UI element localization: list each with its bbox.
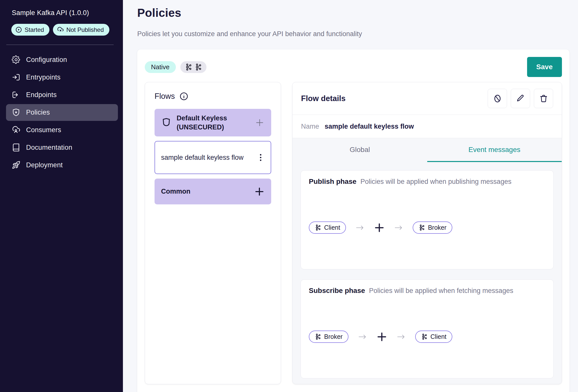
policy-chain: Client [309,221,545,234]
flows-panel: Flows Default Keyless (UNSECURED) [145,82,281,384]
name-label: Name [301,123,319,130]
panels: Flows Default Keyless (UNSECURED) [145,82,562,384]
tab-global[interactable]: Global [293,138,427,162]
flows-title: Flows [155,92,175,101]
delete-flow-button[interactable] [534,89,553,108]
sidebar-divider [6,45,114,45]
sidebar-item-label: Configuration [26,56,67,64]
subscribe-phase-card: Subscribe phase Policies will be applied… [301,279,554,378]
add-flow-icon[interactable] [254,186,265,197]
flow-details-header: Flow details [293,82,562,115]
api-title: Sample Kafka API (1.0.0) [6,9,118,17]
flow-plan-label: Default Keyless (UNSECURED) [177,114,242,132]
connector-chip-client: Client [309,221,346,234]
phase-area: Publish phase Policies will be applied w… [293,162,562,384]
sidebar-item-configuration[interactable]: Configuration [6,51,118,68]
rocket-icon [12,161,20,169]
book-icon [12,143,20,152]
sidebar-nav: Configuration Entrypoints Endpoints Poli… [6,51,118,174]
flow-plan-label: Common [161,187,190,196]
name-value: sample default keyless flow [325,123,414,130]
kafka-icon [418,224,425,231]
page-subtitle: Policies let you customize and enhance y… [137,30,569,38]
flow-name-row: Name sample default keyless flow [293,115,562,138]
info-icon[interactable] [179,92,188,101]
shield-icon [161,117,172,128]
sidebar-item-deployment[interactable]: Deployment [6,157,118,174]
add-policy-button[interactable] [377,332,387,342]
sidebar-item-documentation[interactable]: Documentation [6,139,118,156]
status-badges: Started Not Published [6,24,118,36]
phase-title: Subscribe phase [309,287,365,295]
sidebar-item-consumers[interactable]: Consumers [6,122,118,138]
kafka-icon [315,333,321,340]
disable-flow-button[interactable] [488,89,507,108]
exit-arrow-icon [12,91,20,99]
connector-chip [180,61,206,73]
entry-arrow-icon [12,73,20,82]
publish-phase-card: Publish phase Policies will be applied w… [301,170,554,269]
policy-chain: Broker [309,331,545,343]
sidebar-item-label: Documentation [26,144,72,151]
edit-flow-button[interactable] [511,89,530,108]
save-button[interactable]: Save [527,57,562,77]
policies-card: Native Save Flows [137,49,569,392]
phase-title: Publish phase [309,178,356,186]
page-title: Policies [137,6,569,20]
tab-event-messages[interactable]: Event messages [427,138,562,162]
sidebar-item-label: Deployment [26,161,63,169]
flow-item-label: sample default keyless flow [161,154,244,162]
add-flow-icon[interactable] [255,118,265,128]
sidebar: Sample Kafka API (1.0.0) Started Not Pub… [0,0,123,392]
phase-subtitle: Policies will be applied when publishing… [360,178,512,186]
add-policy-button[interactable] [374,222,385,233]
flow-plan-default-keyless[interactable]: Default Keyless (UNSECURED) [155,109,271,136]
kafka-icon [421,333,428,340]
status-badge-label: Not Published [66,26,104,33]
flow-actions [488,89,553,108]
sidebar-item-label: Endpoints [26,91,57,99]
arrow-right-icon [355,224,365,231]
play-circle-icon [15,26,22,33]
ban-icon [493,94,502,103]
flow-details-title: Flow details [301,94,345,103]
sidebar-item-label: Policies [26,109,50,116]
flow-list: Default Keyless (UNSECURED) sample defau… [155,109,271,204]
sidebar-item-policies[interactable]: Policies [6,104,118,121]
flow-plan-common[interactable]: Common [155,179,271,204]
arrow-right-icon [397,334,406,340]
connector-chip-broker: Broker [413,221,452,234]
status-badge-not-published: Not Published [53,24,109,36]
kebab-menu-icon[interactable] [256,152,266,163]
native-badge: Native [145,61,176,73]
card-header-badges: Native [145,61,206,73]
flows-title-row: Flows [155,92,271,101]
arrow-right-icon [358,334,367,340]
status-badge-label: Started [25,26,44,33]
arrow-right-icon [394,224,403,231]
kafka-icon [315,224,321,231]
sidebar-item-entrypoints[interactable]: Entrypoints [6,69,118,86]
sidebar-item-endpoints[interactable]: Endpoints [6,87,118,103]
trash-icon [539,94,548,103]
cloud-x-icon [57,26,64,33]
flow-details-panel: Flow details [292,82,562,384]
connector-chip-client: Client [415,331,452,343]
main-content: Policies Policies let you customize and … [123,0,578,392]
sidebar-item-label: Consumers [26,126,61,134]
gear-icon [12,55,20,64]
cloud-user-icon [12,126,20,134]
status-badge-started: Started [11,24,49,36]
flow-details-tabs: Global Event messages [293,138,562,162]
phase-subtitle: Policies will be applied when fetching m… [369,287,513,295]
card-header: Native Save [145,57,562,77]
pencil-icon [516,94,525,103]
sidebar-item-label: Entrypoints [26,73,60,81]
kafka-icon [185,63,192,71]
kafka-icon [194,63,202,71]
shield-star-icon [12,108,20,117]
connector-chip-broker: Broker [309,331,348,343]
flow-item-selected[interactable]: sample default keyless flow [155,141,271,174]
